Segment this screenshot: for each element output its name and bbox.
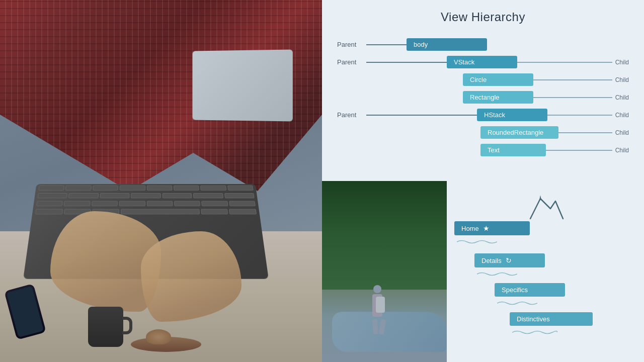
star-icon: ★ (483, 224, 490, 232)
parent-label: Parent (337, 111, 366, 119)
left-photo-panel (0, 0, 322, 362)
hiker-legs (373, 319, 385, 334)
key (229, 201, 256, 207)
key (174, 186, 199, 191)
stream-water (332, 312, 447, 352)
child-label: Child (615, 147, 629, 154)
home-label: Home (461, 225, 479, 232)
right-panel: View Hierarchy Parent body Parent VStack… (322, 0, 644, 362)
key (201, 201, 228, 207)
refresh-icon: ↻ (506, 256, 512, 264)
right-connector-rectangle (533, 97, 612, 98)
child-label: Child (615, 112, 629, 119)
hiker-photo (322, 181, 447, 362)
right-connector-circle (533, 79, 612, 80)
right-connector-hstack (547, 115, 612, 116)
hiker-figure (370, 285, 385, 334)
node-vstack: VStack (447, 56, 517, 68)
svg-marker-0 (539, 195, 541, 200)
key (229, 209, 257, 215)
mug (88, 307, 123, 347)
key (146, 201, 173, 207)
bottom-section: Home ★ Details ↻ Specifics (322, 181, 644, 362)
app-diagram: Home ★ Details ↻ Specifics (447, 181, 644, 362)
app-node-details: Details ↻ (474, 253, 545, 267)
hiker-backpack (376, 297, 385, 313)
laptop-photo (0, 0, 322, 362)
hierarchy-row-rounded: RoundedRectangle Child (480, 126, 629, 139)
key-row-1 (35, 184, 256, 192)
wavy-line-specifics (497, 301, 537, 306)
right-connector-rounded (558, 132, 612, 133)
key (174, 201, 200, 207)
app-node-home: Home ★ (454, 221, 530, 235)
key (37, 193, 67, 198)
app-node-specifics: Specifics (495, 283, 565, 297)
child-label: Child (615, 59, 629, 66)
wavy-line-details (477, 272, 517, 277)
connector-body (366, 44, 407, 45)
mountain-icon (525, 191, 566, 221)
key (146, 186, 172, 191)
distinctives-label: Distinctives (517, 315, 550, 323)
key (68, 193, 99, 198)
parent-label: Parent (337, 41, 366, 48)
hiker-leg-left (372, 319, 379, 335)
view-hierarchy-section: View Hierarchy Parent body Parent VStack… (322, 0, 644, 181)
key (36, 201, 63, 207)
key (100, 193, 129, 198)
key (200, 186, 226, 191)
hiker-head (373, 285, 381, 293)
node-rounded-rectangle: RoundedRectangle (480, 126, 558, 139)
hierarchy-row-vstack: Parent VStack Child (337, 56, 629, 68)
node-hstack: HStack (477, 109, 547, 121)
key (120, 186, 145, 191)
hierarchy-row-hstack: Parent HStack Child (337, 109, 629, 121)
child-label: Child (615, 129, 629, 136)
key (64, 201, 91, 207)
wavy-line-distinctives (512, 330, 557, 335)
laptop-screen (193, 49, 293, 121)
key (131, 193, 160, 198)
section-title: View Hierarchy (337, 10, 629, 24)
hierarchy-row-body: Parent body (337, 38, 629, 51)
hiker-torso (370, 294, 385, 319)
key (193, 193, 223, 198)
app-node-distinctives: Distinctives (510, 312, 593, 326)
node-rectangle: Rectangle (463, 91, 533, 104)
key (227, 186, 254, 191)
key (35, 209, 63, 215)
hierarchy-row-rectangle: Rectangle Child (463, 91, 629, 104)
key (162, 193, 192, 198)
right-connector-text (546, 150, 612, 151)
details-label: Details (481, 257, 502, 264)
key (119, 201, 145, 207)
node-body: body (407, 38, 487, 51)
hierarchy-row-text: Text Child (480, 144, 629, 156)
key (201, 209, 228, 215)
connector-hstack (366, 115, 477, 116)
key (224, 193, 255, 198)
child-label: Child (615, 76, 629, 83)
key-row-4 (32, 208, 260, 216)
key (38, 186, 64, 191)
key (92, 201, 118, 207)
key (93, 186, 118, 191)
hierarchy-container: Parent body Parent VStack Child Circle C… (337, 38, 629, 156)
specifics-label: Specifics (502, 286, 528, 294)
node-text: Text (480, 144, 546, 156)
parent-label: Parent (337, 58, 366, 66)
key (65, 186, 92, 191)
plate (131, 337, 201, 352)
child-label: Child (615, 94, 629, 101)
mug-handle (122, 317, 132, 334)
key-row-3 (33, 200, 259, 208)
wavy-line-home (457, 239, 497, 244)
right-connector-vstack (517, 62, 612, 63)
hierarchy-row-circle: Circle Child (463, 73, 629, 86)
key-row-2 (34, 192, 258, 200)
key (121, 209, 200, 215)
connector-vstack (366, 62, 447, 63)
node-circle: Circle (463, 73, 533, 86)
